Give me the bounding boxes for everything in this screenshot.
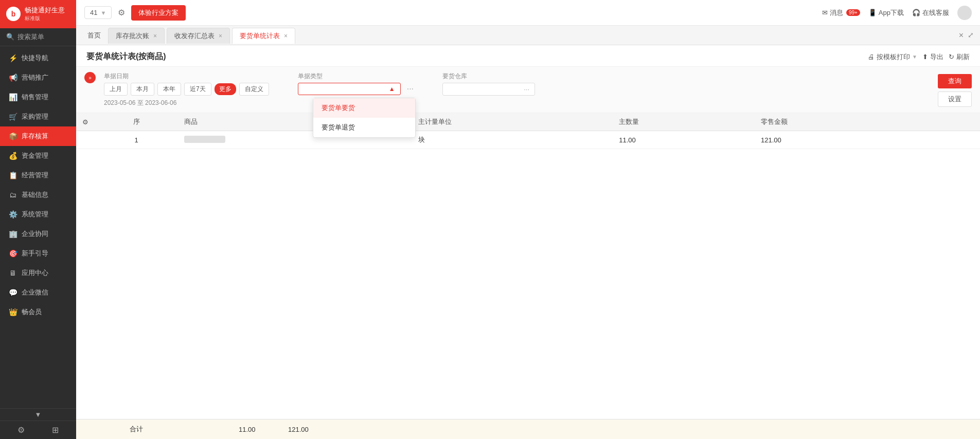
date-btn-more[interactable]: 更多 <box>215 83 236 95</box>
date-btn-this-month[interactable]: 本月 <box>131 83 154 96</box>
logo-icon: b <box>6 7 21 21</box>
table-footer: 合计 11.00 121.00 <box>76 419 980 439</box>
phone-icon: 📱 <box>868 9 877 16</box>
messages-btn[interactable]: ✉ 消息 99+ <box>822 8 860 17</box>
sidebar-label-inventory: 库存核算 <box>22 132 48 141</box>
online-service-label: 在线客服 <box>922 8 949 17</box>
sidebar-item-operation[interactable]: 📋 经营管理 <box>0 166 76 185</box>
table-header-row: ⚙ 序 商品 主计量单位 主数量 零售金额 <box>76 113 980 131</box>
type-select-caret-icon: ▲ <box>389 85 395 93</box>
online-service-btn[interactable]: 🎧 在线客服 <box>912 8 949 17</box>
sidebar-item-quick-nav[interactable]: ⚡ 快捷导航 <box>0 48 76 68</box>
tab-receivable-summary-close[interactable]: × <box>219 32 222 40</box>
table-row: 1 块 11.00 121.00 <box>76 131 980 149</box>
print-icon: 🖨 <box>868 53 875 61</box>
sidebar-item-marketing[interactable]: 📢 营销推广 <box>0 68 76 87</box>
date-btn-last-month[interactable]: 上月 <box>104 83 128 96</box>
sidebar-label-guide: 新手引导 <box>22 249 48 258</box>
date-filter-label: 单据日期 <box>104 72 269 81</box>
date-btn-this-year[interactable]: 本年 <box>157 83 181 96</box>
sidebar-label-quick-nav: 快捷导航 <box>22 53 48 63</box>
app-download-label: App下载 <box>879 8 904 17</box>
sidebar-label-purchase: 采购管理 <box>22 112 48 121</box>
sidebar-item-purchase[interactable]: 🛒 采购管理 <box>0 107 76 126</box>
sidebar-label-appstore: 应用中心 <box>22 268 48 278</box>
export-btn[interactable]: ⬆ 导出 <box>922 52 943 62</box>
dropdown-item-return[interactable]: 要货单退货 <box>313 118 415 137</box>
col-qty: 主数量 <box>613 113 755 131</box>
sidebar-item-member[interactable]: 👑 畅会员 <box>0 302 76 322</box>
col-seq: 序 <box>95 113 178 131</box>
tab-batch-accounts[interactable]: 库存批次账 × <box>108 28 165 44</box>
warehouse-filter-group: 要货仓库 ··· <box>442 72 535 96</box>
tab-receivable-summary-label: 收发存汇总表 <box>174 31 215 41</box>
search-icon: 🔍 <box>6 33 14 41</box>
user-avatar[interactable] <box>957 6 972 20</box>
sidebar-nav: ⚡ 快捷导航 📢 营销推广 📊 销售管理 🛒 采购管理 📦 库存核算 💰 资金管… <box>0 46 76 408</box>
sidebar-item-basic[interactable]: 🗂 基础信息 <box>0 185 76 205</box>
print-template-btn[interactable]: 🖨 按模板打印 ▼ <box>868 52 917 62</box>
settings-bottom-icon[interactable]: ⚙ <box>17 425 25 435</box>
sidebar: b 畅捷通好生意 标准版 🔍 搜索菜单 ⚡ 快捷导航 📢 营销推广 📊 销售管理… <box>0 0 76 439</box>
tab-receivable-summary[interactable]: 收发存汇总表 × <box>167 28 230 44</box>
messages-badge: 99+ <box>846 9 860 16</box>
sidebar-search[interactable]: 🔍 搜索菜单 <box>0 28 76 46</box>
setting-btn[interactable]: 设置 <box>938 92 972 107</box>
trial-btn[interactable]: 体验行业方案 <box>131 5 186 21</box>
warehouse-filter-label: 要货仓库 <box>442 72 535 81</box>
filter-action-group: 查询 设置 <box>938 74 972 107</box>
tab-order-stats[interactable]: 要货单统计表 × <box>232 28 295 44</box>
filter-expand-btn[interactable]: » <box>84 72 96 83</box>
tab-batch-accounts-close[interactable]: × <box>153 32 157 40</box>
sidebar-item-enterprise[interactable]: 🏢 企业协同 <box>0 224 76 244</box>
window-maximize-btn[interactable]: ⤢ <box>968 31 974 40</box>
col-settings[interactable]: ⚙ <box>76 113 95 131</box>
query-btn[interactable]: 查询 <box>938 74 972 88</box>
sidebar-label-system: 系统管理 <box>22 210 48 219</box>
refresh-btn[interactable]: ↻ 刷新 <box>949 52 970 62</box>
sidebar-item-inventory[interactable]: 📦 库存核算 <box>0 126 76 146</box>
row-amount: 121.00 <box>755 131 926 149</box>
date-btn-7days[interactable]: 近7天 <box>184 83 211 96</box>
sidebar-scroll-down[interactable]: ▼ <box>0 408 76 420</box>
date-filter-group: 单据日期 上月 本月 本年 近7天 更多 自定义 2023-05-06 至 20… <box>104 72 269 107</box>
footer-amount: 121.00 <box>282 426 315 433</box>
sidebar-item-wechat[interactable]: 💬 企业微信 <box>0 283 76 302</box>
toggle-sidebar-icon[interactable]: ⊞ <box>52 425 59 435</box>
marketing-icon: 📢 <box>8 73 17 82</box>
type-filter-label: 单据类型 <box>298 72 414 81</box>
window-close-btn[interactable]: × <box>959 31 964 40</box>
dropdown-item-purchase[interactable]: 要货单要货 <box>313 98 415 118</box>
finance-icon: 💰 <box>8 151 17 160</box>
sidebar-item-appstore[interactable]: 🖥 应用中心 <box>0 263 76 283</box>
date-btn-custom[interactable]: 自定义 <box>239 83 269 96</box>
service-icon: 🎧 <box>912 9 920 16</box>
sidebar-item-system[interactable]: ⚙️ 系统管理 <box>0 205 76 224</box>
purchase-icon: 🛒 <box>8 112 17 121</box>
warehouse-select[interactable]: ··· <box>442 83 535 96</box>
sidebar-item-finance[interactable]: 💰 资金管理 <box>0 146 76 166</box>
row-extra <box>926 131 980 149</box>
sidebar-label-enterprise: 企业协同 <box>22 229 48 239</box>
settings-gear-icon[interactable]: ⚙ <box>118 8 125 17</box>
app-download-btn[interactable]: 📱 App下载 <box>868 8 904 17</box>
tenant-selector[interactable]: 41 ▼ <box>84 6 112 19</box>
topbar-left: 41 ▼ ⚙ 体验行业方案 <box>84 5 186 21</box>
type-dropdown: 要货单要货 要货单退货 <box>313 98 416 138</box>
refresh-label: 刷新 <box>956 52 970 62</box>
tabs-bar: 首页 库存批次账 × 收发存汇总表 × 要货单统计表 × × ⤢ <box>76 26 980 45</box>
message-icon: ✉ <box>822 9 828 16</box>
inventory-icon: 📦 <box>8 132 17 141</box>
app-logo: b 畅捷通好生意 标准版 <box>0 0 76 28</box>
type-filter-group: 单据类型 ▲ ··· <box>298 72 414 95</box>
type-select[interactable]: ▲ <box>298 83 401 95</box>
tab-order-stats-close[interactable]: × <box>284 32 288 40</box>
search-label: 搜索菜单 <box>17 32 44 42</box>
sidebar-item-guide[interactable]: 🎯 新手引导 <box>0 244 76 263</box>
sidebar-item-sales[interactable]: 📊 销售管理 <box>0 87 76 107</box>
type-select-dots-icon[interactable]: ··· <box>407 84 414 94</box>
tab-home[interactable]: 首页 <box>82 28 106 43</box>
sales-icon: 📊 <box>8 93 17 102</box>
table-area: ⚙ 序 商品 主计量单位 主数量 零售金额 1 <box>76 113 980 419</box>
row-settings <box>76 131 95 149</box>
